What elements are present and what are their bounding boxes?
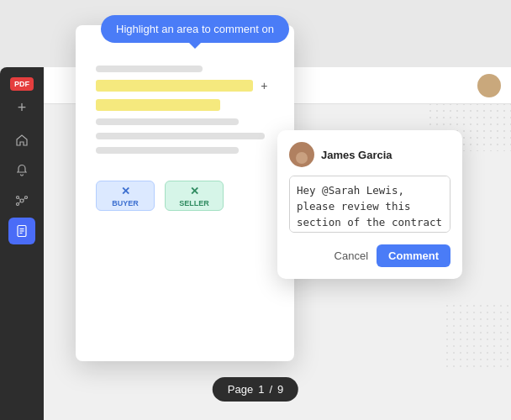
tooltip-text: Highlight an area to comment on xyxy=(116,23,274,35)
user-avatar-topbar xyxy=(477,74,501,97)
page-indicator: Page 1 / 9 xyxy=(213,377,298,402)
crosshair-icon: + xyxy=(261,79,267,92)
signature-row: ✕ BUYER ✕ SELLER xyxy=(96,181,274,211)
sig-icon-2: ✕ xyxy=(190,185,199,197)
text-line-4 xyxy=(96,147,239,154)
comment-input[interactable]: Hey @Sarah Lewis, please review this sec… xyxy=(289,176,450,233)
text-line-2 xyxy=(96,118,239,125)
svg-line-6 xyxy=(18,202,20,203)
add-button[interactable]: + xyxy=(18,99,27,117)
page-current: 1 xyxy=(258,383,264,396)
sidebar-item-home[interactable] xyxy=(8,127,35,154)
highlight-line-1[interactable]: + xyxy=(96,80,253,92)
comment-actions: Cancel Comment xyxy=(289,244,450,267)
page-label: Page xyxy=(228,383,253,396)
document-card: + ✕ BUYER ✕ SELLER xyxy=(76,25,294,361)
svg-line-5 xyxy=(24,198,25,200)
comment-header: James Garcia xyxy=(289,142,450,167)
sidebar-item-nodes[interactable] xyxy=(8,187,35,214)
sig-icon-1: ✕ xyxy=(121,185,130,197)
commenter-avatar xyxy=(289,142,314,167)
signature-box-2[interactable]: ✕ SELLER xyxy=(165,181,224,211)
avatar-head xyxy=(296,152,308,164)
dot-pattern-bottom xyxy=(444,302,511,370)
commenter-name: James Garcia xyxy=(321,149,392,161)
cancel-button[interactable]: Cancel xyxy=(335,249,368,262)
svg-line-4 xyxy=(18,198,20,200)
text-line-3 xyxy=(96,133,265,139)
sig-label-1: BUYER xyxy=(112,199,139,207)
comment-button[interactable]: Comment xyxy=(377,244,450,267)
pdf-badge: PDF xyxy=(10,77,34,91)
text-line-1 xyxy=(96,66,203,72)
sidebar: PDF + xyxy=(0,67,44,420)
highlight-tooltip: Highlight an area to comment on xyxy=(101,15,289,43)
page-total: 9 xyxy=(277,383,283,396)
comment-card: James Garcia Hey @Sarah Lewis, please re… xyxy=(277,130,462,279)
page-separator: / xyxy=(269,383,272,396)
sig-label-2: SELLER xyxy=(179,199,209,207)
highlight-line-2[interactable] xyxy=(96,99,220,111)
sidebar-item-bell[interactable] xyxy=(8,157,35,184)
sidebar-item-document[interactable] xyxy=(8,218,35,244)
document-content: + xyxy=(96,66,274,154)
signature-box-1[interactable]: ✕ BUYER xyxy=(96,181,155,211)
